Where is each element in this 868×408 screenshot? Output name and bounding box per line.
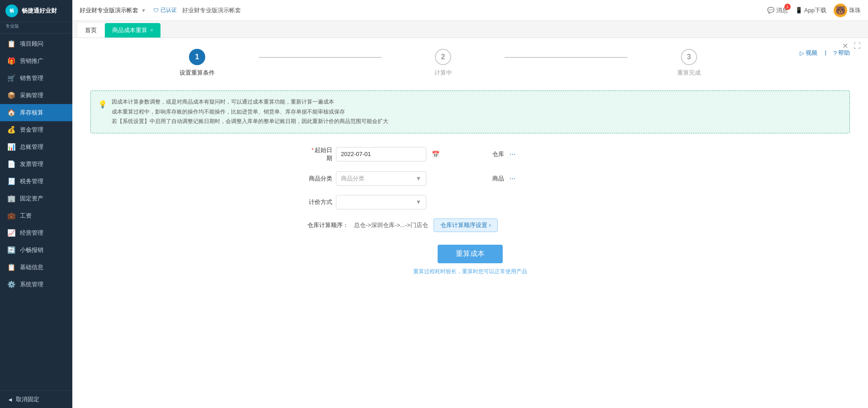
sidebar-item-label: 税务管理: [20, 177, 43, 185]
help-link[interactable]: ? 帮助: [834, 49, 850, 57]
recalculate-button[interactable]: 重算成本: [438, 245, 503, 263]
warehouse-order-btn-label: 仓库计算顺序设置: [440, 221, 487, 229]
help-links: ▷ 视频 | ? 帮助: [800, 49, 850, 57]
purchase-icon: 📦: [7, 91, 15, 100]
sidebar-item-tax[interactable]: 🧾 税务管理: [0, 173, 72, 190]
form-section: *起始日期 📅 仓库 ··· 商品分类 商品分类 ▼: [307, 146, 633, 275]
start-date-field: *起始日期 📅: [307, 146, 461, 162]
sidebar-item-assets[interactable]: 🏢 固定资产: [0, 190, 72, 207]
sidebar-item-accounting[interactable]: 📊 总账管理: [0, 138, 72, 156]
chevron-right-icon: ›: [489, 222, 491, 228]
start-date-input[interactable]: [336, 147, 426, 161]
info-box: 💡 因成本计算参数调整，或是对商品成本有疑问时，可以通过成本重算功能，重新计算一…: [90, 90, 850, 133]
notification-badge: 1: [784, 4, 791, 10]
step-circle-2: 2: [435, 49, 451, 65]
sales-icon: 🛒: [7, 74, 15, 82]
info-line-2: 成本重算过程中，影响库存账的操作均不能操作，比如进货单、销货单、库存单据不能审核…: [112, 107, 388, 117]
warehouse-order-label: 仓库计算顺序：: [307, 221, 349, 229]
topbar-actions: 💬 消息 1 📱 App下载 🐻 珠珠: [767, 4, 861, 17]
certified-badge: 🛡 已认证: [153, 6, 177, 14]
step-line-2-3: [505, 57, 627, 58]
form-row-2: 商品分类 商品分类 ▼ 商品 ···: [307, 171, 633, 186]
date-picker-button[interactable]: 📅: [430, 151, 441, 158]
step-circle-3: 3: [681, 49, 697, 65]
sidebar-item-payroll[interactable]: 💼 工资: [0, 207, 72, 224]
tab-home[interactable]: 首页: [78, 23, 104, 38]
category-select[interactable]: 商品分类 ▼: [336, 171, 426, 186]
tab-close-icon[interactable]: ×: [150, 27, 153, 33]
account-display-name: 好业财专业版演示帐套: [182, 6, 241, 14]
sidebar-item-basic[interactable]: 📋 基础信息: [0, 259, 72, 276]
sidebar: 畅 畅捷通好业财 专业版 📋 项目顾问 🎁 营销推广 🛒 销售管理 📦 采购管理…: [0, 0, 72, 408]
user-menu[interactable]: 🐻 珠珠: [834, 4, 861, 17]
sidebar-item-label: 系统管理: [20, 280, 43, 289]
certified-label: 已认证: [160, 6, 177, 14]
operations-icon: 📈: [7, 229, 15, 237]
unpin-label: 取消固定: [16, 395, 39, 403]
category-dropdown-icon: ▼: [415, 175, 421, 182]
sidebar-unpin-button[interactable]: ◄ 取消固定: [0, 390, 72, 408]
user-name: 珠珠: [849, 6, 861, 14]
sidebar-item-expense[interactable]: 🔄 小畅报销: [0, 242, 72, 259]
sidebar-item-operations[interactable]: 📈 经营管理: [0, 224, 72, 242]
sidebar-item-label: 工资: [20, 212, 32, 220]
step-label-3: 重算完成: [677, 69, 701, 77]
form-row-3: 计价方式 ▼: [307, 195, 633, 209]
steps-container: 1 设置重算条件 2 计算中 3 重算完成: [90, 49, 796, 77]
sidebar-item-label: 销售管理: [20, 74, 43, 82]
tab-home-label: 首页: [85, 26, 97, 34]
expense-icon: 🔄: [7, 246, 15, 254]
system-icon: ⚙️: [7, 280, 15, 289]
warehouse-select-button[interactable]: ···: [508, 150, 517, 158]
goods-field: 商品 ···: [479, 175, 633, 183]
sidebar-item-label: 营销推广: [20, 57, 43, 65]
topbar: 好业财专业版演示帐套 ▼ 🛡 已认证 好业财专业版演示帐套 💬 消息 1 📱 A…: [72, 0, 868, 21]
info-text: 因成本计算参数调整，或是对商品成本有疑问时，可以通过成本重算功能，重新计算一遍成…: [112, 97, 388, 127]
step-1: 1 设置重算条件: [136, 49, 259, 77]
sidebar-item-label: 发票管理: [20, 160, 43, 168]
basic-icon: 📋: [7, 263, 15, 271]
invoice-icon: 📄: [7, 160, 15, 168]
sidebar-item-invoice[interactable]: 📄 发票管理: [0, 156, 72, 173]
accounting-icon: 📊: [7, 143, 15, 151]
finance-icon: 💰: [7, 126, 15, 134]
step-label-1: 设置重算条件: [179, 69, 215, 77]
inventory-icon: 🏠: [7, 109, 15, 117]
avatar: 🐻: [834, 4, 847, 17]
app-download-button[interactable]: 📱 App下载: [795, 6, 826, 14]
step-2: 2 计算中: [382, 49, 505, 77]
recalculate-hint: 重算过程耗时较长，重算时您可以正常使用产品: [307, 268, 633, 275]
logo-icon: 畅: [5, 5, 18, 17]
sidebar-item-marketing[interactable]: 🎁 营销推广: [0, 52, 72, 70]
help-label: 帮助: [838, 49, 850, 57]
sidebar-item-purchase[interactable]: 📦 采购管理: [0, 87, 72, 104]
expand-window-button[interactable]: ⛶: [854, 42, 861, 50]
video-link[interactable]: ▷ 视频: [800, 49, 817, 57]
sidebar-item-system[interactable]: ⚙️ 系统管理: [0, 276, 72, 293]
goods-label: 商品: [479, 175, 504, 183]
tabbar: 首页 商品成本重算 ×: [72, 21, 868, 38]
sidebar-item-sales[interactable]: 🛒 销售管理: [0, 70, 72, 87]
marketing-icon: 🎁: [7, 57, 15, 65]
pricing-select[interactable]: ▼: [336, 195, 426, 209]
sidebar-logo: 畅 畅捷通好业财: [0, 0, 72, 22]
tab-cost[interactable]: 商品成本重算 ×: [105, 23, 160, 38]
sidebar-item-finance[interactable]: 💰 资金管理: [0, 121, 72, 138]
pricing-field: 计价方式 ▼: [307, 195, 461, 209]
assets-icon: 🏢: [7, 195, 15, 203]
sidebar-item-project[interactable]: 📋 项目顾问: [0, 35, 72, 52]
project-icon: 📋: [7, 40, 15, 48]
messages-button[interactable]: 💬 消息 1: [767, 6, 788, 14]
sidebar-item-label: 基础信息: [20, 263, 43, 271]
unpin-icon: ◄: [7, 396, 13, 403]
warehouse-field: 仓库 ···: [479, 150, 633, 158]
message-icon: 💬: [767, 7, 774, 14]
goods-select-button[interactable]: ···: [508, 175, 517, 183]
sidebar-item-label: 库存核算: [20, 109, 43, 117]
step-line-1-2: [259, 57, 382, 58]
logo-name: 畅捷通好业财: [22, 7, 57, 14]
sidebar-item-inventory[interactable]: 🏠 库存核算: [0, 104, 72, 121]
warehouse-order-settings-button[interactable]: 仓库计算顺序设置 ›: [434, 218, 498, 232]
account-selector[interactable]: 好业财专业版演示帐套 ▼: [80, 6, 146, 14]
sidebar-item-label: 采购管理: [20, 91, 43, 100]
